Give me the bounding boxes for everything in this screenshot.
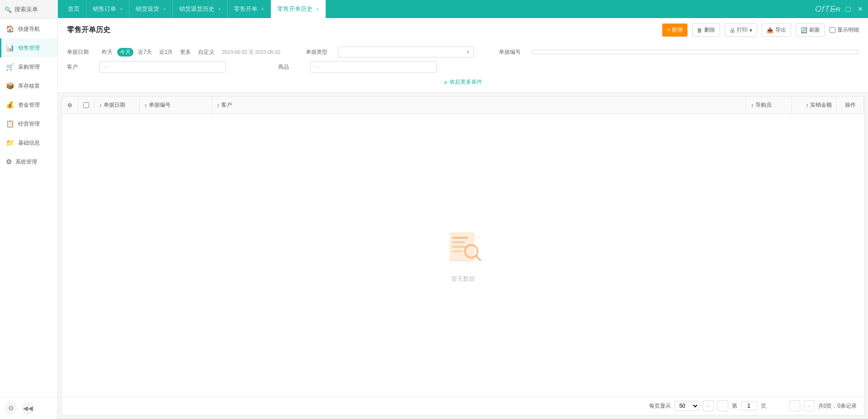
th-customer[interactable]: ↕ 客户	[212, 97, 746, 113]
svg-rect-3	[452, 246, 467, 248]
tab-retail-open[interactable]: 零售开单×	[228, 0, 270, 18]
delete-button[interactable]: 🗑 删除	[692, 24, 720, 37]
tab-bar: 首页销售订单×销货退货×销货退货历史×零售开单×零售开单历史×OfTEn ─ □…	[58, 0, 868, 18]
first-page-btn[interactable]: «	[703, 400, 714, 411]
date-range-text: 2023-06-02 至 2023-06-02	[222, 49, 280, 56]
sidebar-search[interactable]: 🔍 搜索采单	[0, 0, 57, 19]
finance-icon: 💰	[6, 101, 14, 109]
search-icon: 🔍	[5, 6, 12, 13]
sidebar-item-sys-mgmt[interactable]: ⚙ 系统管理	[0, 152, 57, 171]
sales-mgmt-icon: 📊	[6, 44, 14, 52]
sidebar-item-inventory[interactable]: 📦 库存核算	[0, 76, 57, 95]
th-docno[interactable]: ↕ 单据编号	[140, 97, 212, 113]
per-page-label: 每页显示	[649, 402, 671, 410]
inventory-icon: 📦	[6, 82, 14, 90]
tab-label-sales-return: 销货退货	[136, 5, 159, 13]
th-amount[interactable]: ↕ 实销金额	[792, 97, 837, 113]
sidebar-item-base-info[interactable]: 📁 基础信息	[0, 133, 57, 152]
tab-close-sales-return-history[interactable]: ×	[218, 6, 221, 12]
customer-label: 客户	[67, 63, 92, 71]
table-header: ⚙ ↕ 单据日期 ↕ 单据编号 ↕ 客户 ↕	[62, 97, 864, 114]
export-icon: 📤	[767, 27, 773, 33]
base-info-label: 基础信息	[18, 139, 40, 147]
tab-close-retail-open[interactable]: ×	[261, 6, 264, 12]
doc-type-label: 单据类型	[306, 48, 331, 56]
window-maximize-btn[interactable]: □	[844, 4, 853, 15]
sidebar-item-quick-nav[interactable]: 🏠 快捷导航	[0, 19, 57, 38]
last-page-btn[interactable]: »	[804, 400, 815, 411]
date-more-btn[interactable]: 更多	[177, 48, 194, 56]
page-number-input[interactable]	[741, 401, 757, 410]
th-settings[interactable]: ⚙	[62, 97, 78, 113]
tab-sales-return[interactable]: 销货退货×	[129, 0, 172, 18]
show-detail-input[interactable]	[830, 27, 835, 33]
empty-illustration	[441, 228, 486, 268]
svg-line-6	[476, 256, 480, 260]
purchase-mgmt-label: 采购管理	[18, 63, 40, 71]
goods-label: 商品	[278, 63, 303, 71]
tab-sales-order[interactable]: 销售订单×	[86, 0, 129, 18]
page-label-prefix: 第	[732, 402, 737, 410]
doc-type-select[interactable]: ▾	[338, 47, 474, 57]
window-minimize-btn[interactable]: ─	[831, 4, 840, 15]
tab-close-retail-history[interactable]: ×	[316, 6, 319, 12]
sidebar-item-purchase-mgmt[interactable]: 🛒 采购管理	[0, 57, 57, 76]
date-yesterday-btn[interactable]: 昨天	[99, 48, 115, 56]
svg-rect-4	[452, 250, 462, 252]
doc-no-label: 单据编号	[499, 48, 524, 56]
purchase-mgmt-icon: 🛒	[6, 63, 14, 71]
page-title: 零售开单历史	[67, 25, 110, 35]
settings-icon: ⚙	[67, 102, 72, 108]
date-buttons: 昨天 今天 近7天 近1月 更多 自定义 2023-06-02 至 2023-0…	[99, 48, 280, 56]
th-date-label: ↕	[99, 102, 102, 108]
sidebar-item-operations[interactable]: 📋 经营管理	[0, 114, 57, 133]
filter-area: 单据日期 昨天 今天 近7天 近1月 更多 自定义 2023-06-02 至 2…	[67, 42, 859, 92]
date-today-btn[interactable]: 今天	[117, 48, 133, 56]
tab-close-sales-order[interactable]: ×	[120, 6, 123, 12]
date-custom-btn[interactable]: 自定义	[195, 48, 217, 56]
next-page-btn[interactable]: ›	[789, 400, 800, 411]
refresh-icon: 🔄	[801, 27, 807, 33]
sidebar-search-label: 搜索采单	[14, 5, 38, 14]
svg-point-7	[478, 235, 480, 238]
tab-label-sales-order: 销售订单	[93, 5, 116, 13]
operations-icon: 📋	[6, 120, 14, 128]
finance-label: 资金管理	[18, 101, 40, 109]
show-detail-checkbox[interactable]: 显示明细	[830, 26, 859, 34]
sidebar-item-finance[interactable]: 💰 资金管理	[0, 95, 57, 114]
th-guide[interactable]: ↕ 导购员	[746, 97, 792, 113]
pagination-summary: 共0页，0条记录	[818, 402, 857, 410]
date-7days-btn[interactable]: 近7天	[135, 48, 155, 56]
sys-mgmt-label: 系统管理	[15, 158, 37, 166]
add-button[interactable]: + 新增	[662, 24, 688, 37]
collapse-sidebar-btn[interactable]: ◀◀	[22, 402, 34, 414]
sidebar-bottom: ⚙ ◀◀	[0, 397, 57, 419]
goods-input[interactable]: ···	[310, 61, 437, 73]
page-header: 零售开单历史 + 新增 🗑 删除 🖨 打印 ▾ 📤 导出	[58, 18, 868, 93]
trash-icon: 🗑	[697, 27, 702, 33]
customer-input[interactable]: ···	[99, 61, 226, 73]
tab-sales-return-history[interactable]: 销货退货历史×	[173, 0, 228, 18]
window-close-btn[interactable]: ×	[856, 4, 864, 15]
sidebar-item-sales-mgmt[interactable]: 📊 销售管理	[0, 38, 57, 57]
tab-retail-history[interactable]: 零售开单历史×	[271, 0, 326, 18]
settings-icon-btn[interactable]: ⚙	[5, 402, 17, 414]
export-button[interactable]: 📤 导出	[762, 24, 791, 37]
select-all-checkbox[interactable]	[83, 102, 89, 108]
collapse-filter-btn[interactable]: ∧ 收起更多条件	[67, 76, 859, 88]
print-button[interactable]: 🖨 打印 ▾	[725, 24, 757, 37]
prev-page-btn[interactable]: ‹	[717, 400, 728, 411]
tab-close-sales-return[interactable]: ×	[163, 6, 166, 12]
empty-text: 暂无数据	[451, 275, 475, 283]
th-amount-sort: ↕	[806, 102, 808, 108]
sys-mgmt-icon: ⚙	[6, 158, 12, 166]
date-month-btn[interactable]: 近1月	[157, 48, 176, 56]
refresh-button[interactable]: 🔄 刷新	[796, 24, 825, 37]
th-date[interactable]: ↕ 单据日期	[95, 97, 140, 113]
per-page-select[interactable]: 50 100 200	[674, 401, 699, 411]
empty-state: 暂无数据	[62, 114, 864, 396]
th-checkbox[interactable]	[78, 97, 95, 113]
print-icon: 🖨	[730, 27, 735, 33]
tab-home[interactable]: 首页	[62, 0, 86, 18]
doc-no-input[interactable]	[531, 50, 859, 54]
